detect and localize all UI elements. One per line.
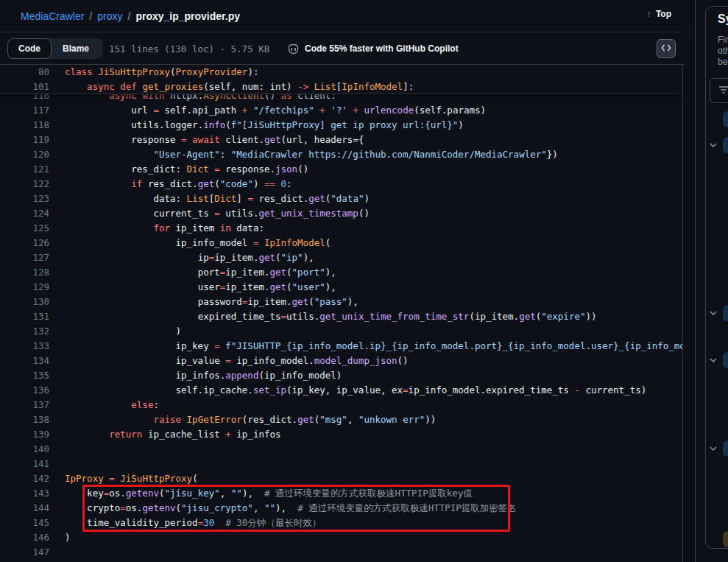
code-line: 139 return ip_cache_list + ip_infos [0,427,683,442]
code-line: 126 ip_info_model = IpInfoModel( [0,236,683,250]
symbol-item[interactable] [723,440,728,457]
code-text: password=ip_item.get("pass"), [65,295,358,309]
code-line: 140 [0,442,683,457]
copilot-banner[interactable]: Code 55% faster with GitHub Copilot [287,32,459,65]
code-text: return ip_cache_list + ip_infos [65,427,281,442]
symbols-panel-toggle-button[interactable] [657,39,676,58]
breadcrumb-separator: / [89,10,92,22]
line-number[interactable]: 146 [0,530,49,545]
line-number[interactable]: 138 [0,412,49,427]
code-line: 80class JiSuHttpProxy(ProxyProvider): [0,65,683,80]
symbols-panel-icon [661,42,671,55]
code-text: self.ip_cache.set_ip(ip_key, ip_value, e… [65,383,646,398]
symbol-item[interactable] [723,352,728,368]
line-number[interactable]: 123 [0,192,49,206]
breadcrumb-folder-link[interactable]: proxy [97,10,122,22]
symbols-filter-input[interactable] [710,78,728,103]
code-text: ip_infos.append(ip_info_model) [65,368,342,383]
breadcrumb-file-name: proxy_ip_provider.py [135,10,240,22]
code-line: 119 response = await client.get(url, hea… [0,133,683,147]
line-number[interactable]: 118 [0,118,49,133]
sticky-scope-header: 80class JiSuHttpProxy(ProxyProvider):101… [0,65,683,94]
github-file-view: MediaCrawler / proxy / proxy_ip_provider… [0,0,728,562]
line-number[interactable]: 122 [0,177,49,192]
line-number[interactable]: 121 [0,162,49,177]
symbol-item[interactable] [723,305,728,321]
line-number[interactable]: 80 [0,65,49,80]
symbol-item[interactable] [723,531,728,547]
code-text: raise IpGetError(res_dict.get("msg", "un… [65,412,436,427]
code-line: 137 else: [0,398,683,412]
code-line: 101 async def get_proxies(self, num: int… [0,80,683,94]
code-line: 130 password=ip_item.get("pass"), [0,295,683,309]
line-number[interactable]: 127 [0,250,49,265]
code-line: 117 url = self.api_path + "/fetchips" + … [0,103,683,118]
line-number[interactable]: 124 [0,206,49,221]
code-text: response = await client.get(url, headers… [65,133,364,147]
code-text: data: List[Dict] = res_dict.get("data") [65,192,370,206]
line-number[interactable]: 125 [0,221,49,236]
line-number[interactable]: 117 [0,103,49,118]
line-number[interactable]: 120 [0,147,49,162]
line-number[interactable]: 145 [0,516,49,530]
chevron-down-icon[interactable] [710,137,718,153]
line-number[interactable]: 133 [0,339,49,354]
line-number[interactable]: 142 [0,471,49,486]
line-number[interactable]: 119 [0,133,49,147]
code-line: 135 ip_infos.append(ip_info_model) [0,368,683,383]
line-number[interactable]: 135 [0,368,49,383]
symbol-item[interactable] [723,137,728,153]
code-blame-switcher: Code Blame [7,38,103,59]
code-line: 147 [0,545,683,560]
breadcrumb-repo-link[interactable]: MediaCrawler [21,10,84,22]
code-text: current_ts = utils.get_unix_timestamp() [65,206,370,221]
line-number[interactable]: 130 [0,295,49,309]
code-text: if res_dict.get("code") == 0: [65,177,292,192]
line-number[interactable]: 141 [0,457,49,471]
panel-divider [695,0,696,562]
code-text: ip=ip_item.get("ip"), [65,250,314,265]
code-text: ip_info_model = IpInfoModel( [65,236,331,250]
code-text: ) [65,530,71,545]
chevron-down-icon[interactable] [710,440,718,457]
file-meta-info: 151 lines (130 loc) · 5.75 KB [109,32,269,65]
tab-code[interactable]: Code [7,38,52,59]
code-line: 141 [0,457,683,471]
code-line: 136 self.ip_cache.set_ip(ip_key, ip_valu… [0,383,683,398]
code-text: port=ip_item.get("port"), [65,265,336,280]
code-text: user=ip_item.get("user"), [65,280,336,295]
line-number[interactable]: 129 [0,280,49,295]
code-line: 145 time_validity_period=30 # 30分钟（最长时效） [0,516,683,530]
line-number[interactable]: 136 [0,383,49,398]
chevron-down-icon[interactable] [710,352,718,368]
code-line: 124 current_ts = utils.get_unix_timestam… [0,206,683,221]
line-number[interactable]: 132 [0,324,49,339]
scroll-to-top-button[interactable]: ↑ Top [646,8,671,19]
tab-blame[interactable]: Blame [52,38,100,59]
code-line: 133 ip_key = f"JISUHTTP_{ip_info_model.i… [0,339,683,354]
line-number[interactable]: 131 [0,309,49,324]
line-number[interactable]: 147 [0,545,49,560]
symbol-item[interactable] [723,111,728,127]
code-viewer: 116 async with httpx.AsyncClient() as cl… [0,65,683,562]
line-number[interactable]: 144 [0,501,49,516]
breadcrumb: MediaCrawler / proxy / proxy_ip_provider… [0,0,685,32]
line-number[interactable]: 134 [0,354,49,368]
code-line: 129 user=ip_item.get("user"), [0,280,683,295]
symbols-panel-title: Symbols [718,13,728,26]
line-number[interactable]: 137 [0,398,49,412]
code-text: res_dict: Dict = response.json() [65,162,308,177]
line-number[interactable]: 143 [0,486,49,501]
copilot-icon [287,43,300,55]
line-number[interactable]: 139 [0,427,49,442]
line-number[interactable]: 101 [0,80,49,94]
line-number[interactable]: 128 [0,265,49,280]
code-line: 138 raise IpGetError(res_dict.get("msg",… [0,412,683,427]
copilot-label: Code 55% faster with GitHub Copilot [305,43,459,54]
code-line: 134 ip_value = ip_info_model.model_dump_… [0,354,683,368]
code-text: ip_value = ip_info_model.model_dump_json… [65,354,409,368]
line-number[interactable]: 126 [0,236,49,250]
code-line: 118 utils.logger.info(f"[JiSuHttpProxy] … [0,118,683,133]
chevron-down-icon[interactable] [710,305,718,321]
line-number[interactable]: 140 [0,442,49,457]
